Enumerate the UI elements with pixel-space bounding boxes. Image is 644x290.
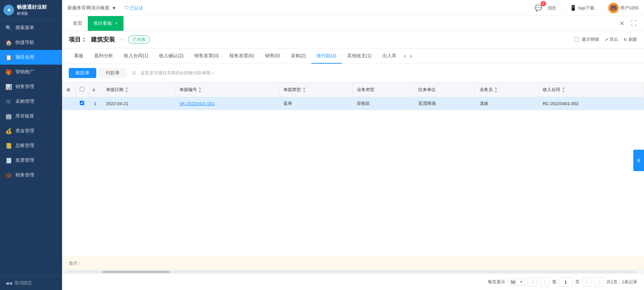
certified-badge: 🛡 已认证 xyxy=(124,5,143,11)
sidebar-item-project-contract[interactable]: 📋 项目合同 xyxy=(0,50,62,65)
sub-tab-income-contract[interactable]: 收入合同(1) xyxy=(118,49,154,64)
tab-project-label: 项目看板 xyxy=(93,20,112,26)
page-input[interactable] xyxy=(559,277,573,287)
account-selector[interactable]: 新服务官网演示账套 ▼ xyxy=(67,5,116,11)
project-icon: 📋 xyxy=(5,54,12,61)
inventory-icon: 🏢 xyxy=(5,113,12,120)
user-menu[interactable]: 🐻 用户3355 xyxy=(608,3,639,13)
sidebar-footer[interactable]: ◀◀ 取消固定 xyxy=(0,276,62,290)
code-sort-icon: ▲▼ xyxy=(198,86,202,93)
first-page-btn[interactable]: ⟨⟨ xyxy=(528,277,537,287)
sidebar-item-sales[interactable]: 📊 销售管理 xyxy=(0,79,62,94)
sidebar-item-invoice-label: 发票管理 xyxy=(15,157,34,163)
income-contract-column-header[interactable]: 收入合同 ▲▼ xyxy=(538,83,644,97)
row-checkbox-cell xyxy=(76,97,89,110)
sidebar-item-marketing[interactable]: 🎁 营销推广 xyxy=(0,65,62,79)
sidebar-item-finance[interactable]: 💰 资金管理 xyxy=(0,124,62,138)
divider xyxy=(563,4,563,12)
salesperson-sort-icon: ▲▼ xyxy=(494,86,498,93)
app-download-button[interactable]: 📱 App下载 xyxy=(570,5,594,11)
app-name: 畅捷通好业财 xyxy=(17,4,47,10)
sidebar-item-marketing-label: 营销推广 xyxy=(15,69,34,75)
row-checkbox[interactable] xyxy=(80,101,84,105)
shield-icon: 🛡 xyxy=(124,5,129,10)
row-code[interactable]: SK-20220421-001 xyxy=(175,97,279,110)
inner-tab-receipt-label: 收款单 xyxy=(75,70,90,75)
last-page-btn[interactable]: ⟩⟩ xyxy=(594,277,604,287)
code-column-header[interactable]: 单据编号 ▲▼ xyxy=(175,83,279,97)
sidebar-item-search[interactable]: 🔍 搜索菜单 xyxy=(0,20,62,35)
select-all-checkbox[interactable] xyxy=(80,87,84,91)
row-biz-type: 应收款 xyxy=(353,97,414,110)
horizontal-scrollbar[interactable] xyxy=(62,270,644,274)
sub-tab-tax-invoice[interactable]: 税务发票(0) xyxy=(224,49,259,64)
sub-tab-purchase[interactable]: 采购(2) xyxy=(285,49,311,64)
sidebar-item-tax[interactable]: 💼 税务管理 xyxy=(0,168,62,183)
sidebar-header: ✦ 畅捷通好业财 标准版 xyxy=(0,0,62,20)
account-dropdown-icon: ▼ xyxy=(112,5,116,11)
sub-tab-next-arrow[interactable]: › xyxy=(408,49,414,64)
prev-page-btn[interactable]: ⟨ xyxy=(540,277,549,287)
more-icon[interactable]: ··· xyxy=(119,36,124,43)
scrollbar-thumb[interactable] xyxy=(102,271,169,273)
marketing-icon: 🎁 xyxy=(5,69,12,75)
float-side-button[interactable]: ≡ xyxy=(633,150,644,171)
phone-icon: 📱 xyxy=(570,5,577,11)
main-area: 新服务官网演示账套 ▼ 🛡 已认证 💬 1 消息 📱 App下载 🐻 用 xyxy=(62,0,644,290)
sub-tab-sales-invoice[interactable]: 销售发票(0) xyxy=(189,49,224,64)
detail-checkbox[interactable] xyxy=(574,37,579,42)
sidebar-item-tax-label: 税务管理 xyxy=(15,172,34,178)
notification-label: 消息 xyxy=(547,5,556,11)
sub-tab-prev-arrow[interactable]: ‹ xyxy=(402,49,408,64)
tab-home[interactable]: 首页 xyxy=(67,16,88,31)
sub-tab-other[interactable]: 其他收支(1) xyxy=(342,49,377,64)
inner-tab-receipt[interactable]: 收款单 xyxy=(69,68,96,78)
sub-tab-profit[interactable]: 盈利分析 xyxy=(89,49,118,64)
date-column-header[interactable]: 单据日期 ▲▼ xyxy=(102,83,175,97)
table-row[interactable]: 1 2022-04-21 SK-20220421-001 蓝单 xyxy=(62,97,644,110)
show-detail-toggle[interactable]: 显示明细 xyxy=(574,37,599,43)
notification-button[interactable]: 💬 1 消息 xyxy=(535,4,556,12)
sidebar-item-inventory-label: 库存核算 xyxy=(15,113,34,119)
sidebar-item-inventory[interactable]: 🏢 库存核算 xyxy=(0,109,62,124)
sidebar-item-purchase-label: 采购管理 xyxy=(15,98,34,104)
pagination: 每页显示 50 20 100 200 ⟨⟨ ⟨ 第 页 ⟩ ⟩⟩ 共1页，1条记… xyxy=(62,274,644,290)
doc-type-column-header[interactable]: 单据类型 ▲▼ xyxy=(279,83,353,97)
sales-icon: 📊 xyxy=(5,83,12,90)
purchase-icon: 🛒 xyxy=(5,98,12,105)
sub-tab-income-confirm[interactable]: 收入确认(2) xyxy=(154,49,189,64)
topbar-left: 新服务官网演示账套 ▼ 🛡 已认证 xyxy=(67,5,535,11)
sidebar: ✦ 畅捷通好业财 标准版 🔍 搜索菜单 🏠 快捷导航 📋 项目合同 🎁 营销推广… xyxy=(0,0,62,290)
tab-close-icon[interactable]: ✕ xyxy=(115,21,118,26)
tab-project-board[interactable]: 项目看板 ✕ xyxy=(88,16,124,31)
total-records: 共1页，1条记录 xyxy=(606,279,637,285)
sub-tab-sales[interactable]: 销售(0) xyxy=(260,49,285,64)
tab-home-label: 首页 xyxy=(73,20,82,26)
sidebar-item-sales-label: 销售管理 xyxy=(15,84,34,90)
sidebar-item-purchase[interactable]: 🛒 采购管理 xyxy=(0,94,62,109)
refresh-button[interactable]: ↻ 刷新 xyxy=(624,37,637,43)
sidebar-item-ledger[interactable]: 📒 总账管理 xyxy=(0,138,62,153)
sidebar-item-quick-nav[interactable]: 🏠 快捷导航 xyxy=(0,35,62,50)
sidebar-item-finance-label: 资金管理 xyxy=(15,128,34,134)
inner-tab-note: 注：这里是与项目关联的全部收付款单哦～ xyxy=(132,70,215,76)
sidebar-item-invoice[interactable]: 🧾 发票管理 xyxy=(0,153,62,168)
sub-tab-inout[interactable]: 出入库 xyxy=(377,49,402,64)
topbar-right: 💬 1 消息 📱 App下载 🐻 用户3355 xyxy=(535,3,639,13)
inner-tab-payment[interactable]: 付款单 xyxy=(99,68,126,78)
tab-close-window[interactable]: ✕ xyxy=(617,19,627,28)
app-version: 标准版 xyxy=(17,11,47,16)
tab-maximize[interactable]: ⛶ xyxy=(629,19,639,28)
next-page-btn[interactable]: ⟩ xyxy=(582,277,592,287)
export-button[interactable]: ↗ 导出 xyxy=(604,37,618,43)
sub-tab-receipts[interactable]: 收付款(4) xyxy=(311,49,342,64)
per-page-select[interactable]: 50 20 100 200 xyxy=(508,279,525,286)
account-name: 新服务官网演示账套 xyxy=(67,5,110,11)
unpin-icon: ◀◀ xyxy=(5,281,12,286)
settings-column-header[interactable]: ⚙ xyxy=(62,83,76,97)
salesperson-column-header[interactable]: 业务员 ▲▼ xyxy=(476,83,539,97)
topbar: 新服务官网演示账套 ▼ 🛡 已认证 💬 1 消息 📱 App下载 🐻 用 xyxy=(62,0,644,16)
inner-tab-payment-label: 付款单 xyxy=(106,70,120,75)
scrollbar-track xyxy=(69,271,637,273)
sub-tab-board[interactable]: 看板 xyxy=(69,49,89,64)
